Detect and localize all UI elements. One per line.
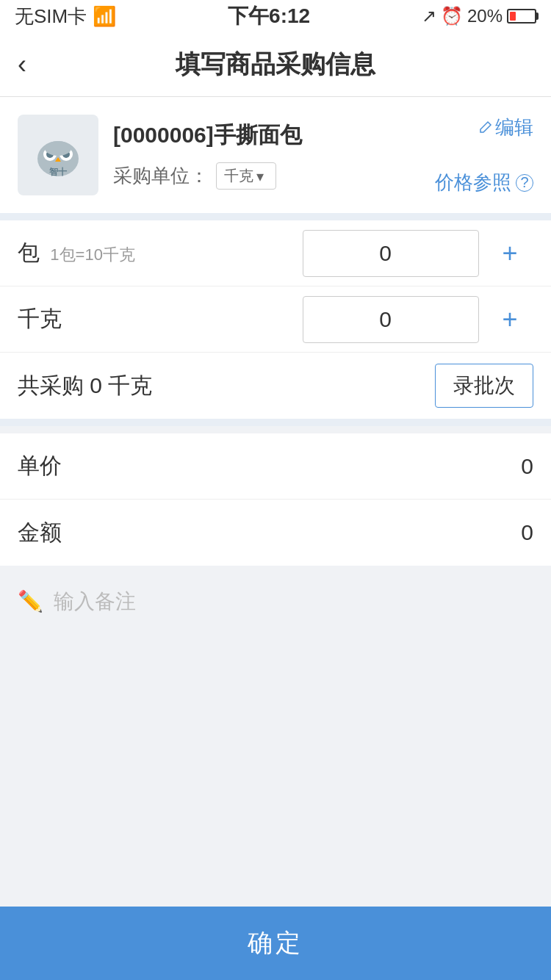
unit-price-row: 单价 0 — [0, 433, 551, 500]
amount-value: 0 — [521, 520, 533, 545]
status-left: 无SIM卡 📶 — [15, 4, 116, 29]
bao-sub: 1包=10千克 — [50, 245, 135, 264]
remark-section[interactable]: ✏️ 输入备注 — [0, 566, 551, 654]
remark-placeholder: 输入备注 — [54, 588, 136, 616]
location-icon: ↗ — [422, 6, 436, 26]
carrier-label: 无SIM卡 — [15, 4, 87, 29]
help-icon: ? — [516, 174, 533, 192]
battery-label: 20% — [467, 6, 503, 26]
alarm-icon: ⏰ — [441, 6, 463, 26]
kg-plus-button[interactable]: + — [486, 296, 533, 343]
battery-icon — [507, 9, 536, 24]
svg-point-5 — [45, 141, 71, 156]
pencil-icon: ✏️ — [18, 589, 43, 613]
price-ref-button[interactable]: 价格参照 ? — [435, 170, 533, 195]
bao-row: 包 1包=10千克 + — [0, 220, 551, 287]
bottom-space — [0, 654, 551, 874]
product-card: 智十 [0000006]手撕面包 采购单位： 千克 ▾ 编辑 价格参照 ? — [0, 97, 551, 213]
edit-button[interactable]: 编辑 — [478, 115, 533, 140]
form-section: 包 1包=10千克 + 千克 + — [0, 220, 551, 353]
unit-price-value: 0 — [521, 454, 533, 479]
status-bar: 无SIM卡 📶 下午6:12 ↗ ⏰ 20% — [0, 0, 551, 32]
kg-input-wrap: + — [106, 296, 533, 343]
bao-input[interactable] — [303, 230, 479, 277]
wifi-icon: 📶 — [93, 5, 116, 28]
unit-value: 千克 — [224, 166, 253, 186]
owl-icon: 智十 — [32, 129, 84, 181]
bao-label: 包 1包=10千克 — [18, 238, 135, 268]
page-title: 填写商品采购信息 — [176, 48, 375, 82]
total-row: 共采购 0 千克 录批次 — [0, 353, 551, 419]
amount-row: 金额 0 — [0, 500, 551, 566]
kg-label: 千克 — [18, 304, 106, 334]
amount-label: 金额 — [18, 518, 62, 548]
status-right: ↗ ⏰ 20% — [422, 6, 536, 26]
confirm-button[interactable]: 确定 — [0, 907, 551, 980]
product-image: 智十 — [18, 115, 98, 195]
dropdown-icon: ▾ — [256, 167, 264, 185]
nav-bar: ‹ 填写商品采购信息 — [0, 32, 551, 97]
bao-plus-button[interactable]: + — [486, 230, 533, 277]
battery-fill — [510, 12, 516, 21]
divider-1 — [0, 213, 551, 220]
price-section: 单价 0 金额 0 — [0, 433, 551, 566]
bao-input-wrap: + — [135, 230, 533, 277]
kg-row: 千克 + — [0, 287, 551, 353]
confirm-label: 确定 — [248, 926, 303, 960]
total-label: 共采购 0 千克 — [18, 371, 152, 401]
svg-text:智十: 智十 — [48, 167, 68, 177]
divider-2 — [0, 419, 551, 426]
back-button[interactable]: ‹ — [18, 49, 26, 80]
unit-label: 采购单位： — [113, 163, 209, 189]
kg-input[interactable] — [303, 296, 479, 343]
unit-price-label: 单价 — [18, 451, 62, 481]
unit-select[interactable]: 千克 ▾ — [216, 162, 276, 190]
record-batch-button[interactable]: 录批次 — [435, 364, 533, 408]
product-name: [0000006]手撕面包 — [113, 120, 533, 151]
time-label: 下午6:12 — [228, 2, 310, 30]
edit-icon — [478, 120, 492, 135]
